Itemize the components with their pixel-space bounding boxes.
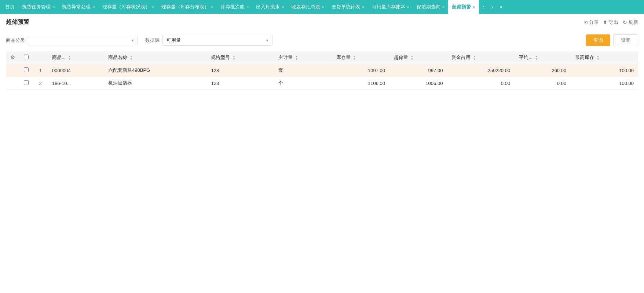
row-product-name: 机油滤清器 bbox=[104, 77, 206, 90]
category-filter: 商品分类 ▾ bbox=[6, 36, 138, 45]
category-label: 商品分类 bbox=[6, 37, 25, 44]
header-actions: ⎋ 分享 ⬆ 导出 ↻ 刷新 bbox=[585, 19, 638, 26]
overstock-table: ⚙ 商品... ▲ ▼ 商品名称 ▲ ▼ bbox=[6, 51, 638, 90]
row-spec: 123 bbox=[206, 64, 274, 77]
share-button[interactable]: ⎋ 分享 bbox=[585, 19, 599, 26]
row-overstock-qty: 997.00 bbox=[389, 64, 447, 77]
export-icon: ⬆ bbox=[603, 19, 607, 25]
row-max-stock: 100.00 bbox=[571, 64, 638, 77]
max-stock-column-header[interactable]: 最高库存 ▲ ▼ bbox=[571, 51, 638, 64]
row-checkbox-cell[interactable] bbox=[19, 64, 33, 77]
sort-icons-max-stock: ▲ ▼ bbox=[597, 55, 600, 61]
table-row: 2 186-10... 机油滤清器 123 个 1106.00 1006.00 … bbox=[6, 77, 638, 90]
row-stock-qty: 1097.00 bbox=[332, 64, 389, 77]
sort-desc-icon: ▼ bbox=[295, 58, 298, 61]
sort-icons-overstock-qty: ▲ ▼ bbox=[411, 55, 414, 61]
overstock-qty-column-header[interactable]: 超储量 ▲ ▼ bbox=[389, 51, 447, 64]
nav-arrow-right[interactable]: › bbox=[488, 0, 497, 14]
sort-icons-avg: ▲ ▼ bbox=[535, 55, 538, 61]
page-header: 超储预警 ⎋ 分享 ⬆ 导出 ↻ 刷新 bbox=[0, 14, 644, 29]
row-avg: 0.00 bbox=[515, 77, 571, 90]
nav-close-overstock-alert[interactable]: × bbox=[473, 5, 475, 9]
category-chevron-down-icon: ▾ bbox=[132, 38, 134, 43]
sort-desc-icon: ▼ bbox=[473, 58, 476, 61]
row-overstock-qty: 1006.00 bbox=[389, 77, 447, 90]
nav-item-recv-summary[interactable]: 收发存汇总表 × bbox=[288, 0, 328, 14]
nav-item-stock-batch[interactable]: 库存批次账 × bbox=[217, 0, 252, 14]
table-body: 1 0000004 六配套新昌490BPG 123 套 1097.00 997.… bbox=[6, 64, 638, 90]
row-spec: 123 bbox=[206, 77, 274, 90]
gear-icon[interactable]: ⚙ bbox=[10, 54, 15, 60]
query-button[interactable]: 查询 bbox=[586, 34, 610, 46]
row-checkbox[interactable] bbox=[24, 67, 29, 72]
table-row: 1 0000004 六配套新昌490BPG 123 套 1097.00 997.… bbox=[6, 64, 638, 77]
refresh-icon: ↻ bbox=[623, 19, 627, 25]
datasource-chevron-down-icon: ▾ bbox=[266, 38, 268, 43]
nav-close-order-stats[interactable]: × bbox=[362, 5, 364, 9]
nav-arrow-left[interactable]: ‹ bbox=[479, 0, 488, 14]
nav-close-task-mgmt[interactable]: × bbox=[52, 5, 55, 9]
sort-desc-icon: ▼ bbox=[411, 58, 414, 61]
product-code-column-header[interactable]: 商品... ▲ ▼ bbox=[48, 51, 104, 64]
nav-close-stock-batch[interactable]: × bbox=[246, 5, 249, 9]
row-number: 1 bbox=[33, 64, 48, 77]
sort-icons-stock-qty: ▲ ▼ bbox=[353, 55, 356, 61]
nav-close-inout-flow[interactable]: × bbox=[282, 5, 284, 9]
nav-close-recv-summary[interactable]: × bbox=[322, 5, 324, 9]
spec-column-header[interactable]: 规格型号 ▲ ▼ bbox=[206, 51, 274, 64]
product-name-column-header[interactable]: 商品名称 ▲ ▼ bbox=[104, 51, 206, 64]
nav-close-quality-check[interactable]: × bbox=[442, 5, 444, 9]
filter-area: 商品分类 ▾ 数据源 可用量 ▾ 查询 设置 bbox=[0, 29, 644, 51]
datasource-select[interactable]: 可用量 ▾ bbox=[162, 35, 272, 46]
stock-qty-column-header[interactable]: 库存量 ▲ ▼ bbox=[332, 51, 389, 64]
sort-desc-icon: ▼ bbox=[353, 58, 356, 61]
row-checkbox-cell[interactable] bbox=[19, 77, 33, 90]
nav-item-inout-flow[interactable]: 出入库流水 × bbox=[252, 0, 288, 14]
gear-column-header: ⚙ bbox=[6, 51, 19, 64]
row-gear-cell bbox=[6, 64, 19, 77]
nav-item-abnormal[interactable]: 拣货异常处理 × bbox=[58, 0, 98, 14]
nav-close-abnormal[interactable]: × bbox=[92, 5, 95, 9]
avg-column-header[interactable]: 平均... ▲ ▼ bbox=[515, 51, 571, 64]
row-product-code: 0000004 bbox=[48, 64, 104, 77]
sort-desc-icon: ▼ bbox=[233, 58, 235, 61]
nav-item-order-stats[interactable]: 要货单统计表 × bbox=[328, 0, 368, 14]
unit-column-header[interactable]: 主计量 ▲ ▼ bbox=[274, 51, 332, 64]
settings-button[interactable]: 设置 bbox=[613, 34, 638, 46]
row-avg: 260.00 bbox=[515, 64, 571, 77]
nav-item-stock-status[interactable]: 现存量（库存状况表） × bbox=[99, 0, 158, 14]
nav-close-stock-status[interactable]: × bbox=[152, 5, 154, 9]
row-unit: 个 bbox=[274, 77, 332, 90]
capital-used-column-header[interactable]: 资金占用 ▲ ▼ bbox=[447, 51, 515, 64]
nav-item-overstock-alert[interactable]: 超储预警 × bbox=[448, 0, 479, 14]
sort-desc-icon: ▼ bbox=[68, 58, 71, 61]
sort-desc-icon: ▼ bbox=[597, 58, 600, 61]
sort-icons-spec: ▲ ▼ bbox=[233, 55, 235, 61]
select-all-checkbox[interactable] bbox=[24, 55, 29, 59]
category-select[interactable]: ▾ bbox=[28, 36, 138, 45]
sort-icons-capital-used: ▲ ▼ bbox=[473, 55, 476, 61]
row-product-name: 六配套新昌490BPG bbox=[104, 64, 206, 77]
nav-item-home[interactable]: 首页 bbox=[1, 0, 18, 14]
datasource-value: 可用量 bbox=[167, 37, 181, 44]
nav-close-stock-dist[interactable]: × bbox=[211, 5, 213, 9]
sort-icons-product-code: ▲ ▼ bbox=[68, 55, 71, 61]
datasource-label: 数据源 bbox=[145, 37, 160, 44]
sort-icons-unit: ▲ ▼ bbox=[295, 55, 298, 61]
nav-arrow-more[interactable]: × bbox=[497, 0, 505, 14]
checkbox-column-header bbox=[19, 51, 33, 64]
table-header-row: ⚙ 商品... ▲ ▼ 商品名称 ▲ ▼ bbox=[6, 51, 638, 64]
export-button[interactable]: ⬆ 导出 bbox=[603, 19, 618, 26]
row-number: 2 bbox=[33, 77, 48, 90]
nav-item-quality-check[interactable]: 保质期查询 × bbox=[413, 0, 448, 14]
nav-close-available-stock[interactable]: × bbox=[407, 5, 409, 9]
refresh-button[interactable]: ↻ 刷新 bbox=[623, 19, 638, 26]
nav-item-available-stock[interactable]: 可用量库存账本 × bbox=[368, 0, 413, 14]
nav-item-task-mgmt[interactable]: 拣货任务管理 × bbox=[18, 0, 58, 14]
row-capital-used: 0.00 bbox=[447, 77, 515, 90]
nav-item-stock-dist[interactable]: 现存量（库存分布表） × bbox=[158, 0, 217, 14]
sort-icons-product-name: ▲ ▼ bbox=[130, 55, 133, 61]
table-container: ⚙ 商品... ▲ ▼ 商品名称 ▲ ▼ bbox=[0, 51, 644, 90]
row-product-code: 186-10... bbox=[48, 77, 104, 90]
row-checkbox[interactable] bbox=[24, 80, 29, 85]
